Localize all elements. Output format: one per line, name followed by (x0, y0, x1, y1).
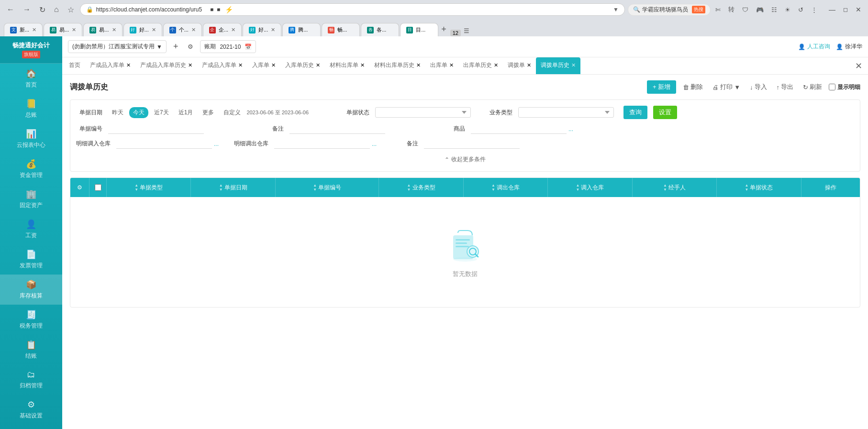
sidebar-item-report[interactable]: 📊 云报表中心 (0, 124, 62, 154)
today-btn[interactable]: 今天 (129, 107, 148, 118)
in-warehouse-ellipsis[interactable]: ... (214, 141, 219, 147)
goods-ellipsis[interactable]: ... (568, 126, 573, 132)
sidebar-item-fund[interactable]: 💰 资金管理 (0, 154, 62, 184)
browser-tab-9[interactable]: 畅 畅... (322, 23, 360, 36)
close-all-tabs-button[interactable]: ✕ (851, 61, 866, 71)
note-input[interactable] (424, 139, 520, 149)
refresh-button[interactable]: ↻ 刷新 (800, 81, 825, 93)
page-tab-2[interactable]: 产成品入库单历史 ✕ (135, 57, 197, 75)
query-button[interactable]: 查询 (623, 106, 647, 119)
page-tab-9[interactable]: 出库单历史 ✕ (458, 57, 503, 75)
close-page-tab-3[interactable]: ✕ (238, 63, 243, 68)
home-button[interactable]: ⌂ (51, 3, 62, 16)
browser-tab-3[interactable]: 易 易... ✕ (83, 23, 122, 36)
close-page-tab-2[interactable]: ✕ (188, 63, 192, 68)
page-tab-10[interactable]: 调拨单 ✕ (503, 57, 536, 75)
th-handler[interactable]: ▲ ▼ 经手人 (633, 178, 717, 197)
sidebar-item-home[interactable]: 🏠 首页 (0, 64, 62, 94)
sidebar-item-settlement[interactable]: 📋 结账 (0, 335, 62, 365)
forward-button[interactable]: → (20, 3, 33, 16)
th-in-warehouse[interactable]: ▲ ▼ 调入仓库 (548, 178, 632, 197)
close-page-tab-9[interactable]: ✕ (494, 63, 498, 68)
remark-input-2[interactable] (289, 124, 385, 134)
shield-btn[interactable]: 🛡 (739, 4, 751, 15)
close-page-tab-8[interactable]: ✕ (449, 63, 454, 68)
status-select[interactable] (375, 107, 471, 118)
page-tab-8[interactable]: 出库单 ✕ (425, 57, 458, 75)
th-doc-no[interactable]: ▲ ▼ 单据编号 (276, 178, 379, 197)
page-tab-4[interactable]: 入库单 ✕ (247, 57, 280, 75)
grid-btn[interactable]: ☷ (768, 4, 780, 15)
doc-no-input[interactable] (108, 124, 204, 134)
browser-tab-7[interactable]: 好 好... ✕ (243, 23, 281, 36)
scissors-btn[interactable]: ✄ (712, 4, 723, 15)
close-page-tab-1[interactable]: ✕ (126, 63, 131, 68)
close-page-tab-7[interactable]: ✕ (416, 63, 421, 68)
browser-tab-4[interactable]: 好 好... ✕ (123, 23, 162, 36)
minimize-btn[interactable]: — (826, 4, 838, 15)
7days-btn[interactable]: 近7天 (150, 107, 173, 118)
period-selector[interactable]: 账期 2021-10 📅 (200, 40, 256, 53)
close-tab-6[interactable]: ✕ (231, 27, 235, 33)
sidebar-item-settings[interactable]: ⚙ 基础设置 (0, 395, 62, 425)
th-biz-type[interactable]: ▲ ▼ 业务类型 (379, 178, 463, 197)
add-company-button[interactable]: + (170, 40, 181, 54)
more-btn[interactable]: 更多 (199, 107, 218, 118)
close-tab-4[interactable]: ✕ (152, 27, 156, 33)
sidebar-item-invoice[interactable]: 📄 发票管理 (0, 244, 62, 275)
custom-btn[interactable]: 自定义 (220, 107, 245, 118)
export-button[interactable]: ↑ 导出 (774, 81, 797, 93)
goods-input[interactable] (471, 124, 567, 134)
tab-list-icon[interactable]: ☰ (461, 25, 472, 36)
undo-btn[interactable]: ↺ (795, 4, 806, 15)
close-tab-5[interactable]: ✕ (191, 27, 196, 33)
sidebar-item-guide[interactable]: 📖 新手引导 (0, 425, 62, 429)
biz-type-select[interactable] (518, 107, 614, 118)
translate-btn[interactable]: 转 (725, 3, 737, 16)
maximize-btn[interactable]: ◻ (840, 4, 851, 15)
page-tab-5[interactable]: 入库单历史 ✕ (280, 57, 325, 75)
print-button[interactable]: 🖨 打印 ▼ (710, 81, 743, 93)
search-bar-btn[interactable]: 🔍 学霸应聘场驱鸟员 热搜 (628, 4, 711, 16)
collapse-button[interactable]: ⌃ 收起更多条件 (76, 154, 854, 165)
browser-tab-6[interactable]: 企 企... ✕ (203, 23, 242, 36)
browser-tab-11[interactable]: 目 目... (400, 23, 438, 36)
page-tab-3[interactable]: 产成品入库单 ✕ (197, 57, 247, 75)
page-tab-11[interactable]: 调拨单历史 ✕ (536, 57, 580, 75)
yesterday-btn[interactable]: 昨天 (108, 107, 127, 118)
reload-button[interactable]: ↻ (36, 3, 48, 16)
back-button[interactable]: ← (4, 3, 17, 16)
sidebar-item-ledger[interactable]: 📒 总账 (0, 94, 62, 124)
dropdown-icon[interactable]: ▼ (613, 6, 619, 13)
th-checkbox[interactable] (89, 178, 107, 197)
th-doc-status[interactable]: ▲ ▼ 单据状态 (717, 178, 801, 197)
sidebar-item-salary[interactable]: 👤 工资 (0, 214, 62, 244)
browser-tab-10[interactable]: 各 各... (361, 23, 399, 36)
sidebar-item-tax[interactable]: 🧾 税务管理 (0, 305, 62, 335)
close-tab-2[interactable]: ✕ (72, 27, 76, 33)
page-tab-7[interactable]: 材料出库单历史 ✕ (369, 57, 425, 75)
display-checkbox[interactable] (829, 84, 835, 90)
game-btn[interactable]: 🎮 (753, 4, 767, 15)
new-tab-button[interactable]: + (439, 22, 448, 36)
browser-tab-8[interactable]: 腾 腾... (282, 23, 321, 36)
service-button[interactable]: 👤 人工咨询 (798, 43, 830, 51)
import-button[interactable]: ↓ 导入 (747, 81, 770, 93)
select-all-checkbox[interactable] (95, 184, 101, 191)
close-tab-3[interactable]: ✕ (112, 27, 116, 33)
th-settings[interactable]: ⚙ (70, 178, 89, 197)
th-doc-type[interactable]: ▲ ▼ 单据类型 (107, 178, 191, 197)
settings-filter-button[interactable]: 设置 (653, 106, 677, 119)
delete-button[interactable]: 🗑 删除 (680, 81, 706, 93)
close-page-tab-10[interactable]: ✕ (527, 63, 531, 68)
1month-btn[interactable]: 近1月 (175, 107, 197, 118)
in-warehouse-input[interactable] (116, 139, 212, 149)
user-info[interactable]: 👤 徐泽华 (836, 43, 862, 51)
bookmark-button[interactable]: ☆ (65, 3, 77, 16)
settings-cog-button[interactable]: ⚙ (185, 41, 196, 52)
company-selector[interactable]: (勿删勿禁用）江西服宝测试专用 ▼ (68, 40, 167, 53)
close-page-tab-6[interactable]: ✕ (360, 63, 365, 68)
sidebar-item-archive[interactable]: 🗂 归档管理 (0, 365, 62, 395)
close-tab-7[interactable]: ✕ (271, 27, 275, 33)
close-page-tab-11[interactable]: ✕ (571, 63, 576, 68)
